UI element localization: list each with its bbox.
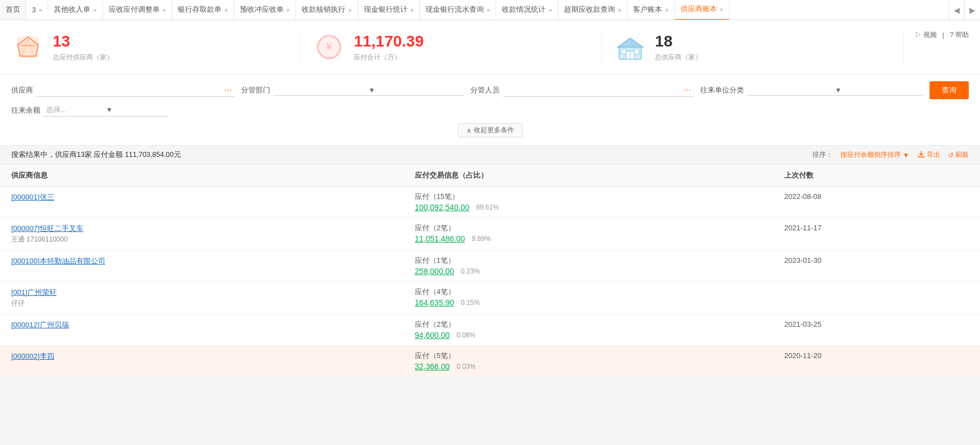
supplier-link-0[interactable]: [000001]张三 [11, 193, 54, 201]
close-tab-tab3[interactable]: × [39, 7, 42, 13]
summary-actions: ▷ 视频 | ? 帮助 [915, 30, 969, 40]
person-input[interactable] [505, 86, 683, 94]
supplier-link-2[interactable]: [000100]本特勤油品有限公司 [11, 257, 105, 265]
filter-person: 分管人员 ··· [470, 84, 694, 97]
col-tx-info: 应付交易信息（占比） [404, 165, 773, 187]
nav-tab-other-income[interactable]: 其他收入单× [48, 0, 103, 20]
last-pay-cell-2: 2023-01-30 [773, 251, 980, 282]
tx-amount-4[interactable]: 94,600.00 [415, 331, 450, 340]
close-tab-cash-bank-flow[interactable]: × [487, 7, 490, 13]
nav-tab-collection-exec[interactable]: 收款核销执行× [296, 0, 358, 20]
sort-select[interactable]: 按应付余额倒序排序 ▼ [840, 150, 909, 160]
close-tab-supplier-ledger[interactable]: × [720, 6, 723, 13]
main-table: 供应商信息 应付交易信息（占比） 上次付数 [000001]张三应付（15笔）1… [0, 165, 980, 377]
filter-area: 供应商 ··· 分管部门 ▼ 分管人员 ··· [0, 75, 980, 146]
nav-tab-bank-deposit[interactable]: 银行存取款单× [172, 0, 234, 20]
supplier-cell-4: [000012]广州贝瑞 [0, 314, 404, 346]
unit-class-dropdown-icon: ▼ [835, 86, 921, 94]
sort-down-icon: ▼ [903, 151, 909, 159]
nav-tab-supplier-ledger[interactable]: 供应商账本× [675, 0, 729, 20]
svg-rect-12 [621, 49, 626, 54]
refresh-icon: ↺ [948, 151, 954, 159]
close-tab-other-income[interactable]: × [93, 7, 96, 13]
query-button[interactable]: 查询 [930, 81, 969, 99]
close-tab-cash-bank-stat[interactable]: × [410, 7, 414, 13]
close-tab-customer-ledger[interactable]: × [665, 7, 668, 13]
collapse-up-icon: ∧ [466, 127, 471, 135]
supplier-dots-btn[interactable]: ··· [224, 85, 232, 95]
tx-percent-2: 0.23% [461, 267, 480, 275]
nav-tab-cash-bank-flow[interactable]: 现金银行流水查询× [420, 0, 496, 20]
last-pay-cell-3 [773, 282, 980, 314]
tx-label-2: 应付（1笔） [415, 256, 762, 266]
tx-amount-2[interactable]: 258,000.00 [415, 267, 454, 276]
nav-tab-prepay-ar[interactable]: 预收冲应收单× [234, 0, 296, 20]
summary-info-3: 18 总供应商（家） [655, 32, 891, 63]
close-tab-bank-deposit[interactable]: × [224, 7, 228, 13]
svg-text:¥: ¥ [326, 41, 332, 52]
close-tab-overdue-ar[interactable]: × [618, 7, 621, 13]
supplier-link-5[interactable]: [000002]李四 [11, 352, 54, 360]
payable-total-label: 应付合计（万） [354, 53, 590, 62]
table-header: 供应商信息 应付交易信息（占比） 上次付数 [0, 165, 980, 187]
table-row: [000001]张三应付（15笔）100,092,540.0089.61%202… [0, 187, 980, 218]
payable-total: 11,170.39 [354, 32, 590, 51]
nav-tab-cash-bank-stat[interactable]: 现金银行统计× [358, 0, 420, 20]
balance-select-value: 选择... [46, 105, 106, 115]
dept-select-wrap[interactable]: ▼ [274, 85, 464, 96]
supplier-input[interactable] [39, 86, 224, 94]
tx-label-0: 应付（15笔） [415, 192, 762, 202]
nav-left-arrow[interactable]: ◀ [949, 0, 964, 20]
close-tab-collection-stat[interactable]: × [548, 7, 552, 13]
last-pay-cell-4: 2021-03-25 [773, 314, 980, 346]
export-icon [917, 150, 925, 160]
tx-amount-3[interactable]: 164,635.90 [415, 298, 454, 307]
close-tab-ar-ap-adjust[interactable]: × [163, 7, 166, 13]
export-btn[interactable]: 导出 [917, 150, 940, 160]
dept-filter-label: 分管部门 [241, 85, 270, 95]
table-row: [000012]广州贝瑞应付（2笔）94,600.000.08%2021-03-… [0, 314, 980, 346]
nav-tab-ar-ap-adjust[interactable]: 应收应付调整单× [103, 0, 172, 20]
filter-dept: 分管部门 ▼ [241, 85, 464, 96]
tx-amount-0[interactable]: 100,092,540.00 [415, 203, 469, 212]
payable-icon: ¥ [312, 30, 346, 64]
tx-percent-5: 0.03% [456, 363, 475, 370]
supplier-link-4[interactable]: [000012]广州贝瑞 [11, 321, 69, 329]
table-row: [000007]恒旺二手叉车王通 17106110000应付（2笔）11,051… [0, 218, 980, 251]
collapse-button[interactable]: ∧ 收起更多条件 [458, 123, 523, 137]
tx-label-3: 应付（4笔） [415, 288, 762, 297]
table-row: [000002]李四应付（5笔）32,366.000.03%2020-11-20 [0, 346, 980, 377]
tx-amount-5[interactable]: 32,366.00 [415, 362, 450, 371]
summary-info-2: 11,170.39 应付合计（万） [354, 32, 590, 63]
tx-amount-1[interactable]: 11,051,486.00 [415, 234, 465, 243]
nav-right-arrow[interactable]: ▶ [964, 0, 980, 20]
tx-cell-3: 应付（4笔）164,635.900.15% [404, 282, 773, 314]
tx-label-4: 应付（2笔） [415, 320, 762, 330]
balance-select-wrap[interactable]: 选择... ▼ [44, 104, 168, 117]
svg-rect-13 [635, 49, 640, 54]
col-supplier-info: 供应商信息 [0, 165, 404, 187]
supplier-sub-3: 仔仔 [11, 299, 392, 308]
supplier-link-1[interactable]: [000007]恒旺二手叉车 [11, 224, 84, 233]
refresh-btn[interactable]: ↺ 刷新 [948, 150, 969, 160]
supplier-icon [11, 30, 45, 64]
last-pay-cell-1: 2021-11-17 [773, 218, 980, 251]
nav-tab-tab3[interactable]: 3× [26, 0, 48, 20]
nav-tab-collection-stat[interactable]: 收款情况统计× [496, 0, 558, 20]
person-dots-btn[interactable]: ··· [683, 85, 691, 95]
close-tab-prepay-ar[interactable]: × [286, 7, 290, 13]
nav-tab-home[interactable]: 首页 [0, 0, 26, 20]
filter-row-1: 供应商 ··· 分管部门 ▼ 分管人员 ··· [11, 81, 969, 99]
balance-filter-label: 往来余额 [11, 105, 40, 115]
video-link[interactable]: ▷ 视频 [915, 30, 937, 40]
close-tab-collection-exec[interactable]: × [348, 7, 352, 13]
supplier-cell-0: [000001]张三 [0, 187, 404, 218]
supplier-filter-label: 供应商 [11, 85, 33, 95]
unit-class-select-wrap[interactable]: ▼ [747, 85, 923, 96]
supplier-link-3[interactable]: [001]广州荣轩 [11, 288, 57, 296]
nav-tab-overdue-ar[interactable]: 超期应收款查询× [558, 0, 627, 20]
total-supplier-count: 18 [655, 32, 891, 51]
tx-percent-4: 0.08% [456, 331, 475, 339]
nav-tab-customer-ledger[interactable]: 客户账本× [627, 0, 674, 20]
help-link[interactable]: ? 帮助 [950, 30, 969, 40]
